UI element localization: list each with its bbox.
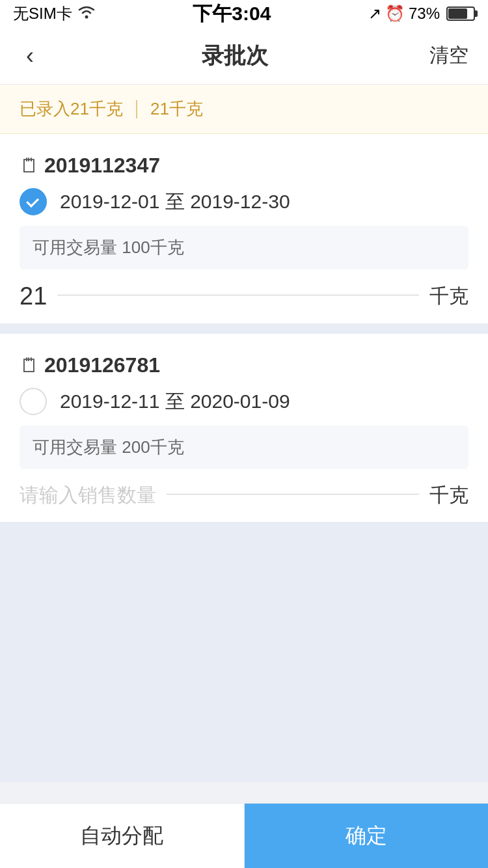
summary-divider — [136, 100, 137, 118]
sim-status: 无SIM卡 — [13, 3, 72, 24]
batch-1-quantity-value: 21 — [20, 282, 47, 310]
status-bar: 无SIM卡 下午3:04 ↗ ⏰ 73% — [0, 0, 488, 27]
battery-icon — [446, 7, 475, 21]
batch-1-id: 2019112347 — [44, 154, 160, 178]
confirm-button[interactable]: 确定 — [245, 804, 489, 868]
batch-1-quantity-row: 21 千克 — [0, 269, 488, 323]
batch-1-header: 🗒 2019112347 — [20, 154, 468, 178]
wifi-icon — [77, 5, 96, 23]
batch-1-item: 🗒 2019112347 2019-12-01 至 2019-12-30 可用交… — [0, 134, 488, 269]
batch-2-date-row: 2019-12-11 至 2020-01-09 — [20, 388, 468, 415]
back-button[interactable]: ‹ — [20, 36, 40, 76]
batch-2-icon: 🗒 — [20, 355, 39, 377]
section-divider-1 — [0, 323, 488, 334]
alarm-icon: ⏰ — [385, 5, 405, 23]
batch-2-quantity-placeholder: 请输入销售数量 — [20, 482, 156, 509]
status-time: 下午3:04 — [193, 1, 271, 27]
batch-2-quantity-row: 请输入销售数量 千克 — [0, 469, 488, 522]
status-right: ↗ ⏰ 73% — [368, 5, 475, 23]
page-title: 录批次 — [202, 41, 268, 71]
batch-2-unit: 千克 — [429, 482, 468, 509]
auto-distribute-button[interactable]: 自动分配 — [0, 804, 245, 868]
batch-2-underline — [167, 494, 419, 495]
content-background — [0, 522, 488, 782]
recorded-text: 已录入21千克 — [20, 98, 123, 120]
clear-button[interactable]: 清空 — [429, 42, 468, 69]
batch-2-radio[interactable] — [20, 388, 47, 415]
batch-2-available: 可用交易量 200千克 — [20, 426, 468, 469]
batch-1-date-row: 2019-12-01 至 2019-12-30 — [20, 188, 468, 215]
batch-1-date: 2019-12-01 至 2019-12-30 — [60, 189, 290, 215]
summary-bar: 已录入21千克 21千克 — [0, 85, 488, 134]
svg-point-0 — [85, 16, 88, 19]
status-left: 无SIM卡 — [13, 3, 96, 24]
total-text: 21千克 — [150, 98, 203, 120]
batch-2-date: 2019-12-11 至 2020-01-09 — [60, 388, 290, 415]
battery-percent: 73% — [409, 5, 440, 23]
batch-2-id: 2019126781 — [44, 353, 160, 377]
batch-1-divider-line — [57, 295, 419, 295]
location-icon: ↗ — [368, 5, 381, 23]
batch-1-section: 🗒 2019112347 2019-12-01 至 2019-12-30 可用交… — [0, 134, 488, 323]
nav-bar: ‹ 录批次 清空 — [0, 27, 488, 85]
batch-1-radio[interactable] — [20, 188, 47, 215]
batch-2-header: 🗒 2019126781 — [20, 353, 468, 377]
bottom-bar: 自动分配 确定 — [0, 803, 488, 868]
batch-2-item: 🗒 2019126781 2019-12-11 至 2020-01-09 可用交… — [0, 334, 488, 469]
batch-1-available: 可用交易量 100千克 — [20, 226, 468, 269]
batch-1-icon: 🗒 — [20, 155, 39, 177]
batch-2-section: 🗒 2019126781 2019-12-11 至 2020-01-09 可用交… — [0, 334, 488, 522]
batch-1-unit: 千克 — [429, 283, 468, 310]
